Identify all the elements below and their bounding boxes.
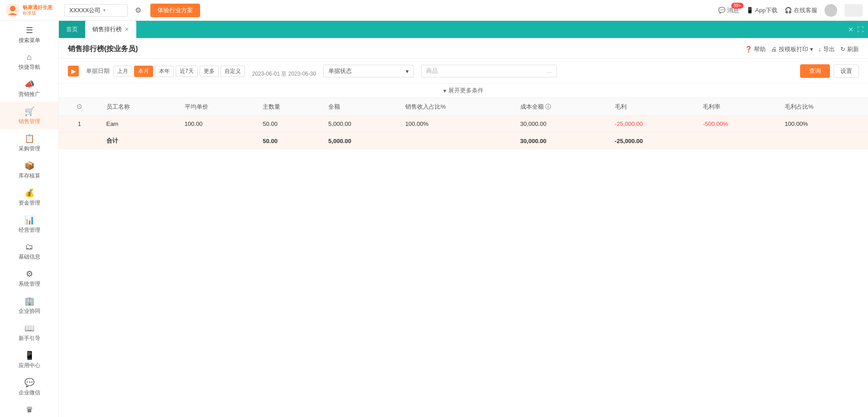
cell-gross-rate: -500.00% (696, 116, 778, 132)
sidebar-item-search[interactable]: ☰ 搜索菜单 (0, 21, 58, 48)
header-right: 💬 消息 99+ 📱 App下载 🎧 在线客服 (718, 4, 863, 17)
footer-empty4 (696, 132, 778, 150)
marketing-icon: 📣 (24, 79, 34, 89)
print-icon: 🖨 (771, 46, 777, 53)
app-center-icon: 📱 (24, 350, 34, 360)
company-name: XXXXX公司 (69, 6, 101, 14)
date-range: 2023-06-01 至 2023-06-30 (252, 70, 316, 78)
help-icon: ❓ (745, 46, 752, 53)
cell-gross: -25,000.00 (609, 116, 697, 132)
sidebar-item-quick-nav[interactable]: ⌂ 快捷导航 (0, 48, 58, 75)
status-filter[interactable]: 单据状态 ▾ (323, 65, 414, 77)
sidebar-item-member[interactable]: ♛ 畅会员 (0, 400, 58, 417)
main-layout: ☰ 搜索菜单 ⌂ 快捷导航 📣 营销推广 🛒 销售管理 📋 采购管理 📦 库存核… (0, 21, 868, 417)
cell-name: Eam (100, 116, 178, 132)
export-icon: ↓ (819, 46, 822, 53)
cell-gross-pct: 100.00% (778, 116, 868, 132)
tab-sales-rank[interactable]: 销售排行榜 ✕ (85, 21, 136, 38)
search-menu-icon: ☰ (26, 25, 33, 35)
col-avg-price: 平均单价 (178, 98, 257, 116)
sidebar-item-finance[interactable]: 💰 资金管理 (0, 183, 58, 211)
expand-icon: ▾ (443, 87, 446, 94)
goods-filter[interactable]: 商品 … (421, 65, 557, 77)
sidebar-item-operations[interactable]: 📊 经营管理 (0, 211, 58, 238)
online-service-button[interactable]: 🎧 在线客服 (785, 6, 817, 14)
cell-main-qty: 50.00 (256, 116, 322, 132)
query-button[interactable]: 查询 (800, 64, 830, 78)
col-settings-icon[interactable]: ⚙ (76, 103, 82, 110)
more-filter-dots: … (547, 68, 552, 74)
col-cost: 成本全额 ⓘ (514, 98, 609, 116)
footer-empty1 (59, 132, 100, 150)
message-icon: 💬 (718, 7, 725, 14)
col-gross-rate: 毛利率 (696, 98, 778, 116)
sidebar-item-sales[interactable]: 🛒 销售管理 (0, 102, 58, 129)
action-btns: 查询 设置 (800, 64, 859, 78)
sidebar-item-marketing[interactable]: 📣 营销推广 (0, 75, 58, 102)
help-button[interactable]: ❓ 帮助 (745, 45, 766, 53)
trial-button[interactable]: 体验行业方案 (150, 4, 200, 17)
tab-close-icon[interactable]: ✕ (125, 26, 129, 33)
company-selector[interactable]: XXXXX公司 ▾ (64, 4, 128, 17)
refresh-button[interactable]: ↻ 刷新 (840, 45, 859, 53)
sidebar-item-basic-info[interactable]: 🗂 基础信息 (0, 238, 58, 264)
date-btn-this-month[interactable]: 本月 (134, 66, 153, 77)
message-badge: 99+ (731, 3, 743, 9)
headset-icon: 🎧 (785, 7, 792, 14)
tab-home[interactable]: 首页 (59, 21, 85, 38)
gear-button[interactable]: ⚙ (131, 4, 145, 17)
refresh-icon: ↻ (840, 46, 845, 53)
footer-gross: -25,000.00 (609, 132, 697, 150)
table-container: ⚙ 员工名称 平均单价 主数量 全额 销售收入占比% 成本全额 ⓘ 毛利 毛利率 (59, 98, 868, 158)
operations-icon: 📊 (24, 215, 34, 225)
date-btn-7days[interactable]: 近7天 (176, 66, 198, 77)
expand-conditions-button[interactable]: ▾ 展开更多条件 (443, 86, 484, 95)
sidebar-item-inventory[interactable]: 📦 库存核算 (0, 156, 58, 183)
export-button[interactable]: ↓ 导出 (819, 45, 835, 53)
date-btn-this-year[interactable]: 本年 (155, 66, 174, 77)
sidebar-item-guide[interactable]: 📖 新手引导 (0, 319, 58, 346)
tab-home-label: 首页 (66, 25, 78, 34)
col-name: 员工名称 (100, 98, 178, 116)
table-row: 1 Eam 100.00 50.00 5,000.00 100.00% 30,0… (59, 116, 868, 132)
logo-icon (5, 3, 20, 18)
finance-icon: 💰 (24, 188, 34, 198)
col-total: 全额 (322, 98, 399, 116)
col-main-qty: 主数量 (256, 98, 322, 116)
message-button[interactable]: 💬 消息 99+ (718, 6, 739, 14)
content-area: 首页 销售排行榜 ✕ ✕ ⛶ 销售排行榜(按业务员) ❓ (59, 21, 868, 417)
cell-rank: 1 (59, 116, 100, 132)
page-content: 销售排行榜(按业务员) ❓ 帮助 🖨 按模板打印 ▾ ↓ (59, 38, 868, 417)
close-window-icon[interactable]: ✕ (848, 26, 854, 33)
user-name-area (844, 4, 863, 17)
basic-info-icon: 🗂 (25, 242, 34, 252)
tab-bar: 首页 销售排行榜 ✕ ✕ ⛶ (59, 21, 868, 38)
date-btn-custom[interactable]: 自定义 (221, 66, 245, 77)
col-settings[interactable]: ⚙ (59, 98, 100, 116)
svg-point-1 (10, 6, 15, 11)
filter-bar: ▶ 单据日期 上月 本月 本年 近7天 更多 自定义 2023-06-01 至 … (59, 59, 868, 84)
col-sales-pct: 销售收入占比% (399, 98, 514, 116)
app-download-button[interactable]: 📱 App下载 (746, 6, 777, 14)
sales-rank-table: ⚙ 员工名称 平均单价 主数量 全额 销售收入占比% 成本全额 ⓘ 毛利 毛利率 (59, 98, 868, 149)
sidebar-item-system[interactable]: ⚙ 系统管理 (0, 264, 58, 292)
inner-page: 销售排行榜(按业务员) ❓ 帮助 🖨 按模板打印 ▾ ↓ (59, 38, 868, 417)
sales-icon: 🛒 (24, 106, 34, 116)
date-filters: 上月 本月 本年 近7天 更多 自定义 (113, 66, 245, 77)
date-btn-more[interactable]: 更多 (200, 66, 219, 77)
wechat-icon: 💬 (24, 378, 34, 388)
inventory-icon: 📦 (24, 161, 34, 171)
avatar[interactable] (825, 4, 837, 17)
sidebar-item-app-center[interactable]: 📱 应用中心 (0, 346, 58, 373)
date-btn-last-month[interactable]: 上月 (113, 66, 132, 77)
sidebar-item-purchase[interactable]: 📋 采购管理 (0, 129, 58, 156)
maximize-icon[interactable]: ⛶ (857, 26, 863, 33)
template-print-button[interactable]: 🖨 按模板打印 ▾ (771, 45, 813, 53)
page-title-bar: 销售排行榜(按业务员) ❓ 帮助 🖨 按模板打印 ▾ ↓ (59, 38, 868, 59)
settings-button[interactable]: 设置 (834, 64, 859, 78)
sidebar-item-enterprise[interactable]: 🏢 企业协同 (0, 292, 58, 319)
enterprise-icon: 🏢 (24, 296, 34, 306)
filter-toggle-button[interactable]: ▶ (68, 66, 79, 77)
sidebar-item-wechat[interactable]: 💬 企业微信 (0, 373, 58, 400)
chevron-down-icon: ▾ (103, 8, 106, 13)
